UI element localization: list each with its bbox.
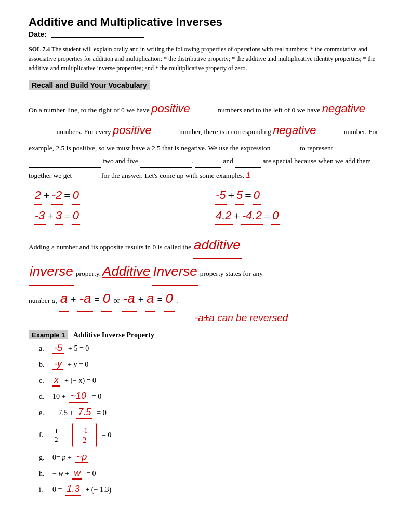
- ex-i-blank: 1.3: [65, 484, 81, 496]
- additive-plus1: +: [71, 291, 76, 309]
- ex-f-bracket: -1 2: [72, 423, 97, 447]
- additive-line1: Adding a number and its opposite results…: [29, 232, 385, 259]
- additive-plus2: +: [138, 291, 143, 309]
- additive-section: Adding a number and its opposite results…: [29, 232, 385, 312]
- additive-hw5: a: [59, 286, 69, 312]
- p1-text1: On a number line, to the right of 0 we h…: [29, 106, 151, 114]
- additive-hw2: inverse: [29, 259, 74, 285]
- ex3-ans: 0: [253, 188, 261, 205]
- exercise-i: i. 0 = 1.3 + (− 1.3): [39, 484, 385, 496]
- p1-text11: for the answer. Let's come up with some …: [100, 171, 246, 179]
- ex1-left: 2: [34, 188, 42, 205]
- ex1-right: -2: [51, 188, 63, 205]
- ex-e-label: e.: [39, 409, 49, 417]
- ex-h-blank: w: [72, 468, 82, 480]
- ex-d-blank: ~10: [69, 391, 88, 403]
- ex4-right: -4.2: [241, 208, 263, 225]
- additive-line2: inverse property. Additive Inverse prope…: [29, 259, 385, 285]
- additive-text2: property.: [76, 267, 101, 281]
- exercise-h: h. − w + w = 0: [39, 468, 385, 480]
- ex-f-text: = 0: [102, 431, 111, 440]
- blank10: [74, 174, 100, 182]
- ex-d-text: = 0: [92, 393, 101, 401]
- exercise-b: b. -y + y = 0: [39, 358, 385, 370]
- ex-g-label: g.: [39, 454, 49, 462]
- additive-text3: property states for any: [200, 267, 263, 281]
- exercise-d: d. 10 + ~10 = 0: [39, 391, 385, 403]
- exercise-a: a. -5 + 5 = 0: [39, 342, 385, 354]
- additive-hw4: Inverse: [152, 259, 198, 285]
- blank4: [316, 133, 342, 141]
- ex-a-text: + 5 = 0: [68, 344, 89, 353]
- vocabulary-paragraph: On a number line, to the right of 0 we h…: [29, 98, 385, 182]
- ex3-right: 5: [235, 188, 244, 205]
- blank7: [140, 159, 192, 168]
- date-underline: [51, 31, 144, 38]
- p1-text9: and: [221, 157, 235, 165]
- additive-hw8: -a: [122, 286, 137, 312]
- ex2-left: -3: [34, 208, 46, 225]
- note-1: 1: [246, 170, 250, 179]
- blank8: [195, 159, 221, 168]
- ex4-eq: =: [264, 208, 270, 224]
- ex1-ans: 0: [72, 188, 80, 205]
- additive-hw1: additive: [193, 232, 242, 259]
- additive-hw6: -a: [77, 286, 92, 312]
- ex-f-hw-fraction: -1 2: [80, 425, 89, 445]
- exercise-f: f. 1 2 + -1 2 = 0: [39, 423, 385, 447]
- ex-a-label: a.: [39, 344, 49, 353]
- ex4-left: 4.2: [215, 208, 233, 225]
- p1-text3: numbers. For every: [55, 128, 113, 136]
- additive-eq2: =: [157, 291, 162, 309]
- ex2-op: +: [47, 208, 54, 224]
- example-row-4: 4.2 + -4.2 = 0: [215, 208, 385, 225]
- p1-text2: numbers and to the left of 0 we have: [216, 106, 322, 114]
- example-col-right: -5 + 5 = 0 4.2 + -4.2 = 0: [215, 188, 385, 225]
- page-title: Additive and Multiplicative Inverses: [29, 16, 385, 29]
- exercise-e: e. − 7.5 + 7.5 = 0: [39, 407, 385, 419]
- p1-fill-positive2: positive: [113, 124, 152, 137]
- additive-or: or: [113, 293, 120, 308]
- ex-f-fraction: 1 2: [54, 427, 59, 444]
- ex-c-label: c.: [39, 377, 49, 385]
- additive-text4: number a,: [29, 294, 57, 308]
- example-row-3: -5 + 5 = 0: [215, 188, 385, 205]
- ex3-op: +: [228, 188, 234, 204]
- ex2-right: 3: [55, 208, 63, 225]
- p1-text7: two and five: [101, 157, 140, 165]
- blank2: [29, 133, 55, 141]
- p1-fill-negative: negative: [322, 102, 365, 115]
- example1-title: Additive Inverse Property: [73, 331, 154, 339]
- example1-section: Example 1 Additive Inverse Property: [29, 331, 385, 339]
- additive-hw9: a: [145, 286, 155, 312]
- ex1-eq: =: [64, 188, 70, 204]
- ex-d-prefix: 10 +: [52, 393, 65, 401]
- ex-c-text: + (− x) = 0: [64, 377, 96, 385]
- ex4-op: +: [234, 208, 240, 224]
- ex2-ans: 0: [72, 208, 80, 225]
- exercise-c: c. x + (− x) = 0: [39, 375, 385, 387]
- additive-hw3: Additive: [102, 259, 151, 284]
- ex2-eq: =: [64, 208, 70, 224]
- date-line: Date:: [29, 30, 385, 38]
- ex-f-label: f.: [39, 431, 49, 440]
- additive-line3: number a, a + -a = 0 or -a + a = 0 .: [29, 286, 385, 312]
- ex-a-blank: -5: [52, 342, 64, 354]
- ex-e-blank: 7.5: [76, 407, 92, 419]
- ex3-eq: =: [245, 188, 251, 204]
- p1-fill-positive: positive: [151, 102, 190, 115]
- exercise-list: a. -5 + 5 = 0 b. -y + y = 0 c. x + (− x)…: [29, 342, 385, 496]
- example1-label: Example 1: [29, 330, 68, 339]
- p1-text8: .: [192, 157, 195, 165]
- blank5: [272, 146, 298, 154]
- ex-b-blank: -y: [52, 358, 63, 370]
- blank6: [29, 159, 101, 168]
- ex-i-label: i.: [39, 486, 49, 494]
- example-row-1: 2 + -2 = 0: [34, 188, 204, 205]
- exercise-g: g. 0= p + ~p: [39, 451, 385, 463]
- ex-b-label: b.: [39, 361, 49, 369]
- ex-e-text: = 0: [97, 409, 106, 417]
- p1-text4: number, there is a corresponding: [178, 128, 273, 136]
- blank9: [235, 159, 261, 168]
- additive-period: .: [176, 294, 178, 308]
